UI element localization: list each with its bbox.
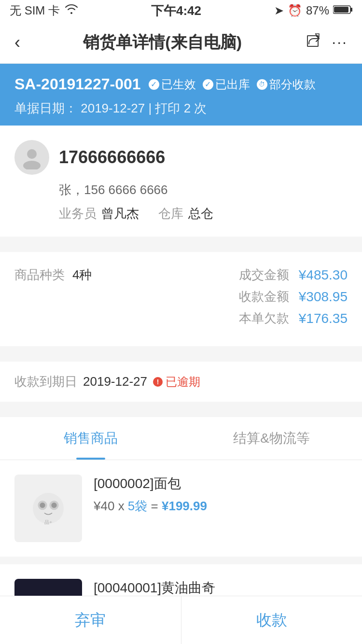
- product-type: 商品种类 4种: [14, 266, 92, 283]
- clock-icon: ⏱: [257, 79, 267, 90]
- qty-1: 5袋: [128, 499, 147, 513]
- overdue-dot: !: [153, 377, 163, 387]
- date-label: 单据日期：: [14, 101, 77, 115]
- status-time: 下午4:42: [151, 2, 201, 19]
- product-name-1: [0000002]面包: [94, 475, 348, 493]
- customer-phone: 17666666666: [59, 147, 165, 168]
- overdue-text: 已逾期: [166, 374, 200, 390]
- badge-partial: ⏱ 部分收款: [257, 77, 316, 92]
- deal-amount-row: 成交金额 ¥485.30: [239, 266, 348, 283]
- product-info-1: [0000002]面包 ¥40 x 5袋 = ¥199.99: [94, 475, 348, 515]
- salesman-info: 业务员 曾凡杰: [59, 205, 139, 222]
- summary-grid: 商品种类 4种 成交金额 ¥485.30 收款金额 ¥308.95 本单欠款 ¥…: [14, 266, 348, 332]
- summary-right: 成交金额 ¥485.30 收款金额 ¥308.95 本单欠款 ¥176.35: [239, 266, 348, 332]
- nav-bar: ‹ 销货单详情(来自电脑) ···: [0, 21, 362, 64]
- type-value: 4种: [72, 266, 92, 283]
- wifi-icon: [65, 4, 78, 17]
- battery-icon: [333, 4, 352, 17]
- check-icon-2: ✓: [203, 79, 213, 90]
- badge-effective: ✓ 已生效: [149, 77, 196, 92]
- location-icon: ➤: [274, 4, 284, 17]
- battery-text: 87%: [306, 4, 329, 17]
- avatar: [14, 140, 49, 175]
- product-image-1: 品+: [14, 475, 82, 542]
- svg-rect-1: [350, 8, 352, 12]
- summary-section: 商品种类 4种 成交金额 ¥485.30 收款金额 ¥308.95 本单欠款 ¥…: [0, 252, 362, 346]
- banner-date-row: 单据日期： 2019-12-27 | 打印 2 次: [14, 100, 348, 117]
- svg-point-4: [27, 149, 37, 159]
- owed-amount-row: 本单欠款 ¥176.35: [239, 310, 348, 327]
- warehouse-label: 仓库: [158, 205, 183, 222]
- customer-meta: 业务员 曾凡杰 仓库 总仓: [14, 205, 348, 222]
- total-1: ¥199.99: [162, 499, 207, 513]
- alarm-icon: ⏰: [288, 4, 302, 17]
- svg-point-9: [40, 503, 45, 508]
- divider-3: [0, 409, 362, 417]
- nav-left: ‹: [14, 32, 20, 53]
- banner-row1: SA-20191227-001 ✓ 已生效 ✓ 已出库 ⏱ 部分收款: [14, 75, 348, 93]
- back-button[interactable]: ‹: [14, 32, 20, 53]
- customer-name: 张，156 6666 6666: [14, 182, 348, 198]
- tab-settlement[interactable]: 结算&物流等: [181, 417, 362, 460]
- overdue-badge: ! 已逾期: [153, 374, 200, 390]
- owed-label: 本单欠款: [239, 310, 289, 327]
- type-label: 商品种类: [14, 266, 65, 283]
- svg-point-5: [23, 161, 41, 169]
- price-base-1: ¥40: [94, 499, 114, 513]
- owed-value: ¥176.35: [299, 311, 348, 326]
- page-title: 销货单详情(来自电脑): [83, 31, 242, 54]
- check-icon-1: ✓: [149, 79, 159, 90]
- list-item: 品+ [0000002]面包 ¥40 x 5袋 = ¥199.99: [0, 460, 362, 557]
- warehouse-info: 仓库 总仓: [158, 205, 213, 222]
- salesman-label: 业务员: [59, 205, 97, 222]
- header-banner: SA-20191227-001 ✓ 已生效 ✓ 已出库 ⏱ 部分收款 单据日期：…: [0, 64, 362, 126]
- bottom-bar: 弃审 收款: [0, 596, 362, 644]
- tabs: 销售商品 结算&物流等: [0, 417, 362, 460]
- deal-amount-label: 成交金额: [239, 266, 289, 283]
- warehouse-value: 总仓: [188, 205, 213, 222]
- order-number: SA-20191227-001: [14, 75, 141, 93]
- order-date: 2019-12-27: [81, 101, 145, 115]
- summary-left: 商品种类 4种: [14, 266, 92, 283]
- status-right: ➤ ⏰ 87%: [274, 4, 352, 17]
- share-button[interactable]: [305, 32, 322, 53]
- product-price-1: ¥40 x 5袋 = ¥199.99: [94, 498, 348, 515]
- received-label: 收款金额: [239, 288, 289, 305]
- price-x-1: x: [118, 499, 128, 513]
- svg-text:品+: 品+: [44, 519, 52, 525]
- received-amount-row: 收款金额 ¥308.95: [239, 288, 348, 305]
- due-section: 收款到期日 2019-12-27 ! 已逾期: [0, 362, 362, 402]
- more-button[interactable]: ···: [332, 33, 348, 51]
- salesman-value: 曾凡杰: [101, 205, 139, 222]
- signal-text: 无 SIM 卡: [10, 3, 60, 18]
- status-bar: 无 SIM 卡 下午4:42 ➤ ⏰ 87%: [0, 0, 362, 21]
- nav-right: ···: [305, 32, 348, 53]
- status-left: 无 SIM 卡: [10, 3, 78, 18]
- deal-amount-value: ¥485.30: [299, 267, 348, 283]
- divider-2: [0, 354, 362, 362]
- cancel-button[interactable]: 弃审: [0, 596, 181, 644]
- banner-badges: ✓ 已生效 ✓ 已出库 ⏱ 部分收款: [149, 77, 316, 92]
- svg-rect-2: [334, 7, 348, 13]
- customer-row: 17666666666: [14, 140, 348, 175]
- customer-section: 17666666666 张，156 6666 6666 业务员 曾凡杰 仓库 总…: [0, 126, 362, 237]
- price-eq-1: =: [151, 499, 162, 513]
- due-date: 2019-12-27: [83, 374, 147, 389]
- badge-shipped: ✓ 已出库: [203, 77, 250, 92]
- product-name-2: [00040001]黄油曲奇: [94, 579, 348, 597]
- tab-sales-products[interactable]: 销售商品: [0, 417, 181, 460]
- due-label: 收款到期日: [14, 373, 77, 390]
- divider-1: [0, 244, 362, 252]
- confirm-button[interactable]: 收款: [181, 596, 362, 644]
- svg-point-10: [51, 503, 56, 508]
- received-value: ¥308.95: [299, 289, 348, 305]
- print-info: | 打印 2 次: [148, 101, 207, 115]
